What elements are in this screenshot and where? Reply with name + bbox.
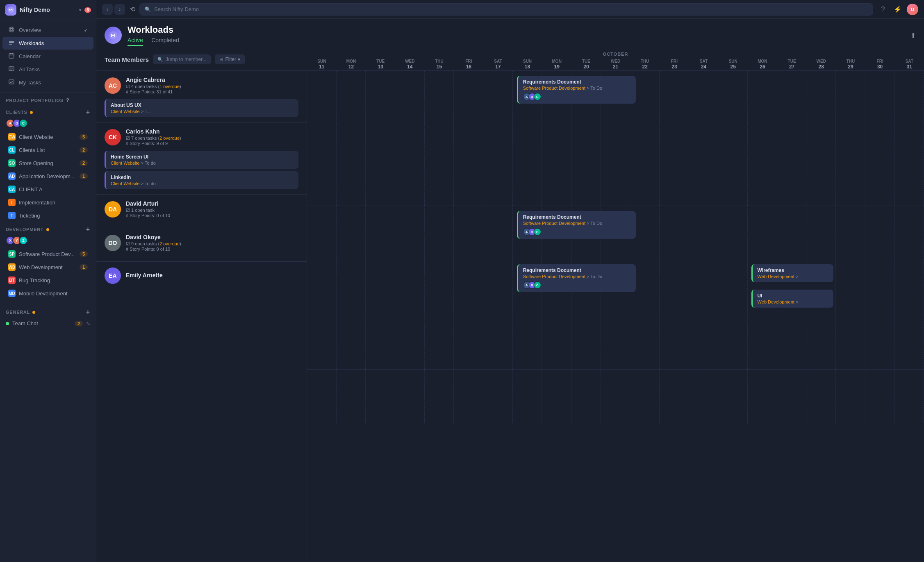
- task-title: About US UX: [111, 102, 294, 108]
- timeline-task-project: Software Product Development > To Do: [523, 86, 631, 91]
- project-item-clients-list[interactable]: CL Clients List 2: [2, 144, 93, 156]
- calendar-label: Calendar: [19, 53, 41, 59]
- member-name: David Arturi: [126, 200, 170, 207]
- jump-to-member-input[interactable]: 🔍 Jump to member...: [153, 54, 211, 64]
- filter-button[interactable]: ⊟ Filter ▾: [215, 54, 245, 64]
- history-button[interactable]: ⟲: [130, 5, 135, 13]
- ticketing-name: Ticketing: [19, 213, 88, 219]
- svg-rect-6: [9, 54, 14, 58]
- day-column: THU15: [425, 58, 454, 70]
- tab-completed[interactable]: Completed: [151, 37, 179, 46]
- jump-search-icon: 🔍: [157, 57, 163, 62]
- timeline-task-card[interactable]: Wireframes Web Development >: [751, 264, 833, 282]
- clients-label: CLIENTS: [6, 110, 27, 115]
- member-name: Angie Cabrera: [126, 77, 181, 83]
- project-item-ticketing[interactable]: T Ticketing: [2, 209, 93, 222]
- member-avatar: AC: [105, 77, 121, 94]
- sidebar-item-all-tasks[interactable]: All Tasks: [2, 63, 93, 76]
- store-opening-name: Store Opening: [19, 160, 76, 166]
- workloads-label: Workloads: [19, 40, 44, 46]
- member-row: DO David Okoye ☑ 9 open tasks (2 overdue…: [96, 228, 307, 262]
- task-title: LinkedIn: [111, 174, 294, 180]
- development-add-button[interactable]: +: [86, 226, 90, 233]
- timeline-member-row: [307, 370, 924, 423]
- team-chat-item[interactable]: Team Chat 2 ⤡: [0, 317, 96, 330]
- workloads-page-icon: [105, 27, 122, 44]
- project-item-client-website[interactable]: CW Client Website 5: [2, 131, 93, 143]
- team-chat-label: Team Chat: [12, 320, 71, 326]
- svg-rect-5: [9, 44, 12, 45]
- team-chat-expand-icon: ⤡: [86, 321, 90, 326]
- nav-arrows: ‹ ›: [102, 4, 125, 15]
- app-dev-badge: 1: [80, 173, 88, 179]
- project-item-client-a[interactable]: CA CLIENT A: [2, 183, 93, 195]
- project-item-bug-tracking[interactable]: BT Bug Tracking: [2, 274, 93, 286]
- client-a-name: CLIENT A: [19, 186, 88, 193]
- member-name: Emily Arnette: [126, 272, 163, 279]
- member-row: CK Carlos Kahn ☑ 7 open tasks (2 overdue…: [96, 122, 307, 195]
- left-task-card[interactable]: About US UX Client Website > T...: [105, 99, 298, 117]
- calendar-icon: [8, 53, 15, 60]
- calendar-header: OCTOBER SUN11MON12TUE13WED14THU15FRI16SA…: [307, 52, 924, 71]
- back-button[interactable]: ‹: [102, 4, 113, 15]
- filter-icon: ⊟: [219, 57, 223, 62]
- day-columns: SUN11MON12TUE13WED14THU15FRI16SAT17SUN18…: [307, 58, 924, 70]
- dev-avatar-group: X Y Z: [0, 234, 96, 247]
- project-item-mobile-dev[interactable]: MD Mobile Development: [2, 287, 93, 299]
- sidebar-item-overview[interactable]: Overview ↙: [2, 24, 93, 36]
- forward-button[interactable]: ›: [114, 4, 125, 15]
- sidebar-navigation: Overview ↙ Workloads Calendar All Tasks: [0, 20, 96, 93]
- page-header: Workloads Active Completed ⬆: [96, 19, 924, 46]
- sidebar-item-calendar[interactable]: Calendar: [2, 50, 93, 63]
- timeline-task-card[interactable]: Requirements Document Software Product D…: [517, 211, 636, 239]
- project-item-software-dev[interactable]: SP Software Product Dev... 5: [2, 248, 93, 260]
- day-column: TUE13: [366, 58, 395, 70]
- timeline-task-card[interactable]: UI Web Development >: [751, 290, 833, 308]
- timeline-task-card[interactable]: Requirements Document Software Product D…: [517, 264, 636, 292]
- lightning-icon[interactable]: ⚡: [892, 4, 904, 15]
- general-add-button[interactable]: +: [86, 309, 90, 315]
- project-portfolios-header: PROJECT PORTFOLIOS ?: [0, 93, 96, 105]
- project-item-web-dev[interactable]: WD Web Development 1: [2, 261, 93, 273]
- timeline-tasks: [307, 124, 924, 169]
- timeline-task-title: Requirements Document: [523, 267, 631, 273]
- project-item-implementation[interactable]: I Implementation: [2, 196, 93, 208]
- client-website-badge: 5: [80, 134, 88, 140]
- search-bar[interactable]: 🔍 Search Nifty Demo: [139, 3, 873, 16]
- sidebar-item-my-tasks[interactable]: My Tasks: [2, 76, 93, 89]
- team-chat-status-dot: [6, 322, 9, 325]
- timeline-tasks: Requirements Document Software Product D…: [307, 206, 924, 251]
- timeline-member-row: Requirements Document Software Product D…: [307, 259, 924, 370]
- svg-point-0: [7, 7, 14, 13]
- app-dev-icon: AD: [8, 172, 16, 180]
- dropdown-arrow-icon: ▾: [79, 8, 81, 12]
- timeline-task-card[interactable]: Requirements Document Software Product D…: [517, 76, 636, 104]
- left-task-card[interactable]: LinkedIn Client Website > To do: [105, 171, 298, 189]
- member-info: EA Emily Arnette: [96, 262, 307, 286]
- share-button[interactable]: ⬆: [910, 32, 916, 39]
- jump-placeholder-text: Jump to member...: [166, 57, 206, 62]
- clients-add-button[interactable]: +: [86, 109, 90, 116]
- member-tasks: About US UX Client Website > T...: [96, 97, 307, 122]
- day-column: FRI23: [660, 58, 689, 70]
- task-project: Client Website > T...: [111, 109, 294, 114]
- day-column: MON19: [542, 58, 571, 70]
- project-item-store-opening[interactable]: SO Store Opening 2: [2, 157, 93, 169]
- task-avatars: A B C: [523, 93, 631, 100]
- member-tasks: [96, 254, 307, 261]
- user-avatar[interactable]: U: [907, 4, 918, 15]
- project-item-app-dev[interactable]: AD Application Developm... 1: [2, 170, 93, 182]
- member-tasks: [96, 286, 307, 294]
- client-a-icon: CA: [8, 186, 16, 193]
- collapse-icon: ↙: [84, 27, 88, 33]
- workloads-icon: [8, 40, 15, 47]
- day-column: SUN11: [307, 58, 337, 70]
- member-tasks: [96, 220, 307, 228]
- implementation-name: Implementation: [19, 199, 88, 206]
- tab-active[interactable]: Active: [127, 37, 143, 46]
- member-info: DO David Okoye ☑ 9 open tasks (2 overdue…: [96, 228, 307, 254]
- help-icon[interactable]: ?: [877, 4, 889, 15]
- sidebar-header[interactable]: Nifty Demo ▾ 8: [0, 0, 96, 20]
- sidebar-item-workloads[interactable]: Workloads: [2, 37, 93, 50]
- left-task-card[interactable]: Home Screen UI Client Website > To do: [105, 151, 298, 169]
